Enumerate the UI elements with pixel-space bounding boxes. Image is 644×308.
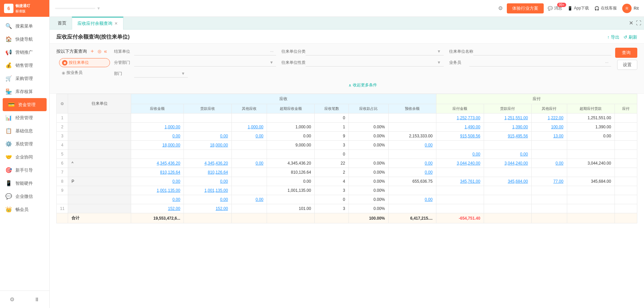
cell-cqys [267,114,315,123]
sidebar-item-search[interactable]: 🔍 搜索菜单 [0,19,49,33]
cell-unit [68,132,131,141]
sidebar-item-management[interactable]: 📊 经营管理 [0,111,49,124]
msg-btn[interactable]: 💬 消息 99+ [548,5,562,11]
filter-item-lwdwxz: 往来单位性质 ▼ [281,59,443,67]
sidebar-item-marketing[interactable]: 📢 营销推广 [0,46,49,59]
filter-ywy-input[interactable]: ··· [469,59,611,67]
filter-area: 按以下方案查询 ＋ ◎ « ◉ 按往来单位 ◉ 按业务员 [50,44,644,94]
cell-hkys: 810,126.64 [184,168,231,177]
cell-yfje [436,168,484,177]
filter-group-salesman-icon: ◉ [62,71,65,75]
cell-cqyf [567,141,614,150]
filter-collapse-btn[interactable]: ∧ 收起更多条件 [114,81,611,89]
settings-gear-icon[interactable]: ⚙ [498,5,503,11]
th-ysye: 预收余额 [388,104,436,114]
filter-target-btn[interactable]: ◎ [98,49,101,54]
sidebar-settings-btn[interactable]: ⚙ [7,294,17,305]
tab-query[interactable]: 应收应付余额查询 ✕ [72,17,123,30]
export-icon: ↑ [607,35,610,40]
tab-close-icon[interactable]: ✕ [114,21,118,26]
tab-bar-right: ✕ ⛶ [629,20,641,26]
cell-ysje: 18,000.00 [131,141,184,150]
cell-yfje: 1,252,773.00 [436,114,484,123]
app-download-btn[interactable]: 📱 App下载 [568,5,589,11]
filter-bm-select[interactable]: ▼ [134,70,188,78]
query-btn[interactable]: 查询 [615,48,637,58]
refresh-icon: ↺ [624,35,627,40]
service-btn[interactable]: 🎧 在线客服 [594,5,617,11]
sidebar-item-vip[interactable]: 👑 畅会员 [0,203,49,216]
th-group-yingshou: 应收 [131,94,436,104]
filter-group-unit[interactable]: ◉ 按往来单位 [59,58,110,67]
sidebar-item-system[interactable]: ⚙️ 系统管理 [0,137,49,150]
cell-cqyf [567,150,614,159]
industry-solution-btn[interactable]: 体验行业方案 [507,3,544,13]
filter-item-lwdwfl: 往来单位分类 ▼ [281,48,443,55]
filter-collapse-icon[interactable]: « [104,48,107,54]
table-settings-icon[interactable]: ⚙ [60,101,64,106]
cell-cqyf: 3,044,240.00 [567,159,614,168]
refresh-btn[interactable]: ↺ 刷新 [624,34,637,40]
filter-lwdwxz-select[interactable]: ▼ [306,59,443,67]
cell-ysje: 0.00 [131,177,184,186]
cell-ysje [131,114,184,123]
cell-cqyf: 345,684.00 [567,177,614,186]
filter-group-salesman[interactable]: ◉ 按业务员 [59,69,110,77]
cell-qtyf [531,186,567,195]
cell-ysbs: 3 [315,186,348,195]
filter-lwdwmc-input[interactable] [473,48,611,55]
sidebar-item-wechat[interactable]: 💬 企业微信 [0,190,49,203]
sidebar-item-sales[interactable]: 💰 销售管理 [0,59,49,72]
sidebar-item-purchase[interactable]: 🛒 采购管理 [0,72,49,85]
th-settings: ⚙ [57,94,68,114]
tab-expand-icon[interactable]: ⛶ [636,20,641,26]
cell-ysye: 0.00 [388,141,436,150]
sidebar-label-guide: 新手引导 [15,167,33,173]
cell-ysye: 0.00 [388,195,436,204]
filter-lwdwfl-select[interactable]: ▼ [306,48,443,55]
th-group-yingfu: 应付 [436,94,637,104]
cell-yfje [436,186,484,195]
sidebar-item-hardware[interactable]: 📱 智能硬件 [0,177,49,190]
filter-add-btn[interactable]: ＋ [90,48,95,55]
filter-lwdwmc-label: 往来单位名称 [449,49,473,54]
filter-jsdw-input[interactable]: ··· [134,48,276,55]
tab-close-window-icon[interactable]: ✕ [629,20,633,26]
cell-cqyf: 1,390.00 [567,123,614,132]
tab-home[interactable]: 首页 [52,17,72,30]
table-row: 5 0 0.00 0.00 [57,150,637,159]
sidebar-item-finance[interactable]: 💳 资金管理 [3,98,47,111]
total-yfje: -654,751.40 [436,213,484,223]
sidebar-collapse-btn[interactable]: ⏸ [32,294,42,305]
cell-unit [68,204,131,213]
user-info[interactable]: R Rit [622,4,639,13]
cell-yfje: 0.00 [436,150,484,159]
cell-ysye: 2,153,333.00 [388,132,436,141]
filter-item-ywy: 业务员 ··· [449,59,611,67]
filter-lwdwxz-arrow: ▼ [437,60,441,65]
cell-hkys: 152.00 [184,204,231,213]
sidebar-item-enterprise[interactable]: 🤝 企业协同 [0,150,49,164]
setting-btn[interactable]: 设置 [617,60,637,70]
cell-ysbzb: 0.00% [348,204,388,213]
collapse-icon: ∧ [348,83,352,88]
cell-ysbs: 3 [315,141,348,150]
th-hkys: 货款应收 [184,104,231,114]
table-row: 0.00 0.00 0.00 0 0.00% 0.00 [57,195,637,204]
table-row: 3 0.00 0.00 0.00 0.00 9 0.00% 2,153,333.… [57,132,637,141]
cell-ysbzb: 0.00% [348,186,388,195]
filter-ywy-label: 业务员 [449,60,469,65]
sidebar-label-inventory: 库存核算 [15,89,33,95]
filter-item-jsdw: 结算单位 ··· [114,48,276,55]
export-btn[interactable]: ↑ 导出 [607,34,620,40]
cell-ysbs: 4 [315,177,348,186]
th-ysje: 应收金额 [131,104,184,114]
sidebar-item-inventory[interactable]: 🏪 库存核算 [0,85,49,98]
cell-yf [614,195,637,204]
sidebar-item-nav[interactable]: 🏠 快捷导航 [0,33,49,46]
total-hkys [184,213,231,223]
sidebar-item-basic[interactable]: 📋 基础信息 [0,124,49,137]
sidebar-item-guide[interactable]: 🎯 新手引导 [0,164,49,177]
total-row: 合计 19,553,472,6... 100.00% 6,417,215....… [57,213,637,223]
filter-fgbm-select[interactable]: ▼ [134,59,276,67]
